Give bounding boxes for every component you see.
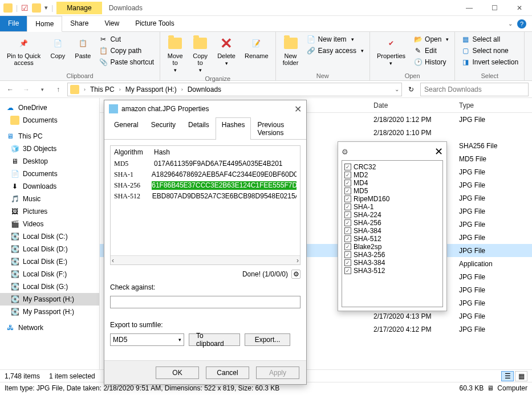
export-button[interactable]: Export... <box>245 333 290 346</box>
hash-row[interactable]: SHA-25661F86B45E37CCC3E2B63E124C1FEE555F… <box>111 180 300 191</box>
open-button[interactable]: 📂Open▾ <box>412 34 450 44</box>
sidebar-item[interactable]: 🖥Desktop <box>0 155 99 168</box>
copy-path-button[interactable]: 📋Copy path <box>98 46 155 56</box>
sidebar-item[interactable]: 💽My Passport (H:) <box>0 306 99 318</box>
ribbon-collapse-icon[interactable]: ⌄ <box>508 21 513 27</box>
tab-home[interactable]: Home <box>27 16 62 32</box>
refresh-button[interactable]: ↻ <box>404 83 418 96</box>
hash-checkbox-item[interactable]: ✓Blake2sp <box>344 243 440 251</box>
col-algorithm[interactable]: Algorithm <box>114 148 154 156</box>
paste-button[interactable]: 📋 Paste <box>72 34 93 60</box>
check-against-input[interactable] <box>110 296 300 308</box>
cancel-button[interactable]: Cancel <box>206 367 249 379</box>
to-clipboard-button[interactable]: To clipboard <box>189 333 240 346</box>
dialog-tab[interactable]: Details <box>182 117 216 140</box>
search-input[interactable] <box>420 83 529 96</box>
hash-checkbox-item[interactable]: ✓SHA3-256 <box>344 251 440 259</box>
settings-gear-button[interactable]: ⚙ <box>291 270 300 279</box>
qat-folder-icon[interactable] <box>32 3 41 13</box>
popup-close-button[interactable]: ✕ <box>434 145 443 158</box>
tab-share[interactable]: Share <box>62 16 96 31</box>
sidebar-network[interactable]: 🖧Network <box>0 321 99 334</box>
copy-to-button[interactable]: Copy to ▾ <box>190 34 210 74</box>
qat-check-icon[interactable]: ☑ <box>21 3 29 13</box>
hash-checkbox-item[interactable]: ✓MD2 <box>344 171 440 179</box>
hash-row[interactable]: SHA-1A182964678692AEB5AF4C2344E09E0BF60D… <box>111 169 300 180</box>
view-icons-button[interactable]: ▦ <box>515 371 527 381</box>
easy-access-button[interactable]: 🔗Easy access▾ <box>306 46 365 56</box>
pin-button[interactable]: 📌 Pin to Quick access <box>5 34 43 67</box>
tab-picture-tools[interactable]: Picture Tools <box>127 16 182 31</box>
tab-file[interactable]: File <box>0 16 27 31</box>
popup-gear-icon[interactable]: ⚙ <box>342 148 348 156</box>
sidebar-item[interactable]: 💽Local Disk (G:) <box>0 280 99 293</box>
hash-checkbox-item[interactable]: ✓SHA3-512 <box>344 267 440 275</box>
hash-checkbox-item[interactable]: ✓MD4 <box>344 179 440 187</box>
move-to-button[interactable]: Move to ▾ <box>165 34 185 74</box>
hash-checkbox-item[interactable]: ✓MD5 <box>344 187 440 195</box>
sidebar-item[interactable]: 💽Local Disk (C:) <box>0 230 99 243</box>
tab-view[interactable]: View <box>96 16 127 31</box>
back-button[interactable]: ← <box>3 83 17 96</box>
sidebar-onedrive[interactable]: ☁OneDrive <box>0 101 99 114</box>
sidebar-this-pc[interactable]: 🖥This PC <box>0 130 99 142</box>
sidebar-item[interactable]: 🎵Music <box>0 193 99 205</box>
forward-button[interactable]: → <box>19 83 33 96</box>
sidebar-item[interactable]: 💽My Passport (H:) <box>0 293 99 306</box>
paste-shortcut-button[interactable]: 📎Paste shortcut <box>98 57 155 67</box>
edit-button[interactable]: ✎Edit <box>412 46 450 56</box>
hash-checkbox-item[interactable]: ✓SHA-512 <box>344 235 440 243</box>
close-button[interactable]: ✕ <box>507 0 532 16</box>
rename-button[interactable]: 📝 Rename <box>242 34 271 60</box>
sidebar-item[interactable]: 🎬Videos <box>0 218 99 230</box>
sidebar-documents[interactable]: Documents <box>0 114 99 127</box>
context-tab[interactable]: Manage <box>56 2 101 14</box>
apply-button[interactable]: Apply <box>256 367 299 379</box>
sidebar-item[interactable]: 💽Local Disk (F:) <box>0 268 99 280</box>
maximize-button[interactable]: ☐ <box>482 0 507 16</box>
view-details-button[interactable]: ☰ <box>501 371 514 381</box>
help-icon[interactable]: ? <box>517 19 526 28</box>
breadcrumb-segment[interactable]: My Passport (H:) <box>123 85 179 93</box>
select-all-button[interactable]: ▦Select all <box>460 34 519 44</box>
hash-checkbox-item[interactable]: ✓SHA-224 <box>344 211 440 219</box>
hash-checkbox-item[interactable]: ✓SHA-256 <box>344 219 440 227</box>
export-format-select[interactable]: MD5▾ <box>110 333 184 346</box>
sidebar-item[interactable]: ⬇Downloads <box>0 180 99 193</box>
hash-checkbox-item[interactable]: ✓SHA-1 <box>344 203 440 211</box>
minimize-button[interactable]: — <box>457 0 482 16</box>
dialog-tab[interactable]: Previous Versions <box>251 117 303 140</box>
hash-checkbox-item[interactable]: ✓CRC32 <box>344 163 440 171</box>
col-hash[interactable]: Hash <box>154 148 170 156</box>
sidebar-item[interactable]: 🖼Pictures <box>0 205 99 218</box>
qat-dropdown[interactable]: ▾ <box>44 4 48 11</box>
hash-checkbox-item[interactable]: ✓RipeMD160 <box>344 195 440 203</box>
select-none-button[interactable]: ▢Select none <box>460 46 519 56</box>
col-date[interactable]: Date <box>373 101 459 109</box>
cut-button[interactable]: ✂Cut <box>98 34 155 44</box>
hash-row[interactable]: SHA-512EBD807AD9DB52A7C3E6BCB98D9548E021… <box>111 191 300 202</box>
hash-row[interactable]: MD5017A611359F9AD6A7E4495A035E4B201 <box>111 158 300 169</box>
breadcrumb-segment[interactable]: This PC <box>88 85 117 93</box>
delete-button[interactable]: ✕ Delete ▾ <box>215 34 238 67</box>
horizontal-scrollbar[interactable]: ‹› <box>111 255 300 264</box>
history-button[interactable]: 🕑History <box>412 57 450 67</box>
hash-checkbox-item[interactable]: ✓SHA-384 <box>344 227 440 235</box>
ok-button[interactable]: OK <box>156 367 199 379</box>
dialog-close-button[interactable]: ✕ <box>294 104 302 115</box>
copy-button[interactable]: 📄 Copy <box>47 34 68 60</box>
properties-button[interactable]: ✔ Properties ▾ <box>375 34 408 67</box>
sidebar-item[interactable]: 💽Local Disk (D:) <box>0 243 99 255</box>
recent-button[interactable]: ▾ <box>35 83 49 96</box>
up-button[interactable]: ↑ <box>51 83 65 96</box>
hash-checkbox-item[interactable]: ✓SHA3-384 <box>344 259 440 267</box>
col-type[interactable]: Type <box>459 101 516 109</box>
breadcrumb-segment[interactable]: Downloads <box>185 85 224 93</box>
sidebar-item[interactable]: 💽Local Disk (E:) <box>0 255 99 268</box>
dialog-tab[interactable]: General <box>108 117 145 140</box>
new-folder-button[interactable]: New folder <box>281 34 301 67</box>
breadcrumb[interactable]: › This PC › My Passport (H:) › Downloads… <box>67 83 402 96</box>
sidebar-item[interactable]: 📄Documents <box>0 168 99 180</box>
new-item-button[interactable]: 📄New item▾ <box>306 34 365 44</box>
invert-selection-button[interactable]: ◨Invert selection <box>460 57 519 67</box>
